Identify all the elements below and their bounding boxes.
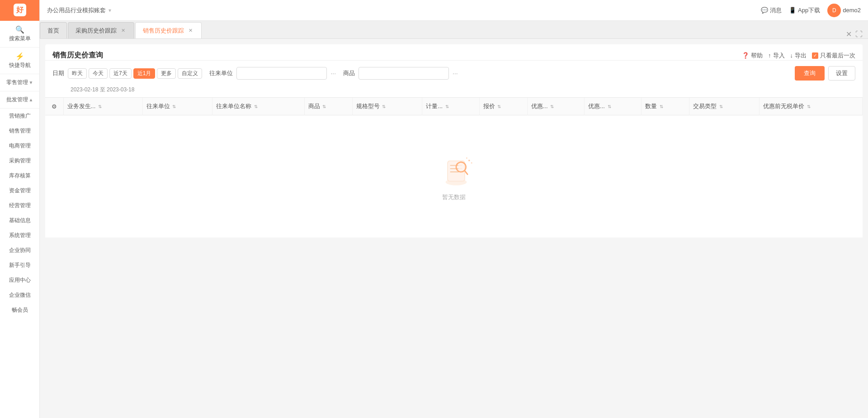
date-btn-custom[interactable]: 自定义: [178, 68, 202, 79]
sidebar-item-app-center[interactable]: 应用中心: [0, 273, 39, 288]
sidebar-item-member[interactable]: 畅会员: [0, 303, 39, 318]
sidebar-item-wholesale-mgmt[interactable]: 批发管理 ▲: [0, 91, 39, 109]
breadcrumb-text: 办公用品行业模拟账套: [47, 6, 106, 14]
message-icon: 💬: [761, 7, 768, 14]
maximize-icon[interactable]: ⛶: [855, 30, 863, 38]
user-action[interactable]: D demo2: [827, 4, 861, 17]
th-trade-type[interactable]: 交易类型 ⇅: [689, 98, 760, 115]
data-table: ⚙ 业务发生... ⇅ 往来单位 ⇅ 往来单位名称 ⇅ 商品 ⇅ 规格型号 ⇅ …: [45, 98, 863, 115]
query-button[interactable]: 查询: [795, 66, 825, 81]
tab-purchase-history[interactable]: 采购历史价跟踪 ✕: [68, 22, 134, 38]
tab-purchase-history-close[interactable]: ✕: [119, 27, 127, 34]
sidebar-item-system[interactable]: 系统管理: [0, 228, 39, 243]
chevron-right-icon: ▾: [108, 7, 111, 14]
goods-dots[interactable]: ···: [453, 70, 458, 77]
svg-point-10: [466, 157, 467, 159]
th-unit[interactable]: 计量... ⇅: [422, 98, 479, 115]
tab-sales-history[interactable]: 销售历史价跟踪 ✕: [135, 22, 202, 38]
svg-line-8: [465, 171, 467, 174]
avatar: D: [827, 4, 841, 17]
empty-state: 暂无数据: [45, 115, 863, 238]
th-discount1[interactable]: 优惠... ⇅: [527, 98, 584, 115]
sidebar: 好 🔍 搜索菜单 ⚡ 快捷导航 零售管理 ▼ 批发管理 ▲ 营销推广 销售管理 …: [0, 0, 40, 418]
th-partner-name[interactable]: 往来单位名称 ⇅: [212, 98, 304, 115]
tabbar: 首页 采购历史价跟踪 ✕ 销售历史价跟踪 ✕ ✕ ⛶: [40, 21, 868, 39]
svg-point-7: [458, 164, 464, 170]
sidebar-item-weixin[interactable]: 企业微信: [0, 288, 39, 303]
help-icon: ❓: [742, 52, 749, 59]
main-area: 办公用品行业模拟账套 ▾ 💬 消息 📱 App下载 D demo2 首页 采购历…: [40, 0, 868, 418]
goods-label: 商品: [343, 69, 355, 77]
date-btn-1month[interactable]: 近1月: [133, 68, 156, 79]
filter-right-actions: 查询 设置: [795, 66, 855, 81]
partner-input[interactable]: [236, 67, 327, 80]
th-quantity[interactable]: 数量 ⇅: [642, 98, 689, 115]
tab-sales-history-close[interactable]: ✕: [187, 27, 194, 34]
sidebar-item-search-menu[interactable]: 🔍 搜索菜单: [0, 21, 39, 48]
tab-home[interactable]: 首页: [40, 22, 67, 38]
only-last-checkbox-label[interactable]: ✓ 只看最后一次: [812, 52, 855, 60]
th-goods[interactable]: 商品 ⇅: [304, 98, 352, 115]
svg-point-11: [471, 162, 472, 164]
sidebar-item-purchase-mgmt[interactable]: 采购管理: [0, 153, 39, 168]
partner-label: 往来单位: [209, 69, 233, 77]
tabbar-end: ✕ ⛶: [840, 30, 868, 38]
export-action[interactable]: ↓ 导出: [790, 52, 807, 60]
sidebar-item-sales-mgmt[interactable]: 销售管理: [0, 124, 39, 138]
th-discount2[interactable]: 优惠... ⇅: [585, 98, 642, 115]
th-biz-date[interactable]: 业务发生... ⇅: [63, 98, 142, 115]
logo-icon: 好: [14, 4, 26, 16]
sidebar-item-inventory[interactable]: 库存核算: [0, 168, 39, 183]
sidebar-item-guide[interactable]: 新手引导: [0, 258, 39, 273]
partner-dots[interactable]: ···: [330, 70, 336, 77]
sidebar-item-marketing[interactable]: 营销推广: [0, 109, 39, 124]
table-header-row: ⚙ 业务发生... ⇅ 往来单位 ⇅ 往来单位名称 ⇅ 商品 ⇅ 规格型号 ⇅ …: [45, 98, 863, 115]
date-btn-today[interactable]: 今天: [89, 68, 108, 79]
date-filter-group: 日期 昨天 今天 近7天 近1月 更多 自定义: [52, 68, 202, 79]
date-btn-7days[interactable]: 近7天: [109, 68, 132, 79]
empty-illustration: [436, 152, 472, 188]
help-action[interactable]: ❓ 帮助: [742, 52, 763, 60]
app-logo: 好: [0, 0, 39, 21]
chevron-up-icon: ▲: [29, 97, 33, 102]
empty-text: 暂无数据: [442, 193, 466, 201]
th-spec[interactable]: 规格型号 ⇅: [352, 98, 422, 115]
th-pre-tax-price[interactable]: 优惠前无税单价 ⇅: [760, 98, 863, 115]
goods-input[interactable]: [359, 67, 449, 80]
date-label: 日期: [52, 69, 64, 77]
goods-filter-group: 商品 ···: [343, 67, 458, 80]
sidebar-item-quick-nav[interactable]: ⚡ 快捷导航: [0, 48, 39, 74]
svg-point-9: [468, 160, 470, 162]
search-icon: 🔍: [15, 25, 24, 34]
sidebar-item-finance[interactable]: 资金管理: [0, 183, 39, 198]
sidebar-item-ecommerce[interactable]: 电商管理: [0, 138, 39, 153]
topbar: 办公用品行业模拟账套 ▾ 💬 消息 📱 App下载 D demo2: [40, 0, 868, 21]
date-range-display: 2023-02-18 至 2023-03-18: [45, 86, 863, 97]
download-icon: 📱: [789, 7, 796, 14]
close-all-tabs-icon[interactable]: ✕: [846, 30, 852, 38]
sidebar-item-retail-mgmt[interactable]: 零售管理 ▼: [0, 74, 39, 91]
sidebar-item-enterprise[interactable]: 企业协同: [0, 243, 39, 258]
only-last-checkbox[interactable]: ✓: [812, 52, 818, 59]
import-icon: ↑: [768, 52, 771, 59]
page-header-actions: ❓ 帮助 ↑ 导入 ↓ 导出 ✓ 只看最后一次: [742, 52, 855, 60]
import-action[interactable]: ↑ 导入: [768, 52, 785, 60]
export-icon: ↓: [790, 52, 793, 59]
th-gear[interactable]: ⚙: [45, 98, 63, 115]
th-partner-code[interactable]: 往来单位 ⇅: [142, 98, 212, 115]
filter-bar: 日期 昨天 今天 近7天 近1月 更多 自定义 往来单位 ··· 商品 ···: [45, 60, 863, 86]
th-quote[interactable]: 报价 ⇅: [479, 98, 527, 115]
content-area: 销售历史价查询 ❓ 帮助 ↑ 导入 ↓ 导出 ✓ 只看最后一次: [40, 39, 868, 418]
sidebar-item-basic-info[interactable]: 基础信息: [0, 213, 39, 228]
flash-icon: ⚡: [15, 52, 24, 61]
topbar-actions: 💬 消息 📱 App下载 D demo2: [761, 4, 861, 17]
date-btn-more[interactable]: 更多: [157, 68, 176, 79]
page-title: 销售历史价查询: [52, 51, 103, 60]
settings-button[interactable]: 设置: [828, 66, 855, 81]
sidebar-item-operations[interactable]: 经营管理: [0, 198, 39, 213]
date-buttons: 昨天 今天 近7天 近1月 更多 自定义: [68, 68, 202, 79]
message-action[interactable]: 💬 消息: [761, 6, 782, 14]
app-download-action[interactable]: 📱 App下载: [789, 6, 820, 14]
date-btn-yesterday[interactable]: 昨天: [68, 68, 87, 79]
chevron-down-icon: ▼: [29, 80, 33, 85]
